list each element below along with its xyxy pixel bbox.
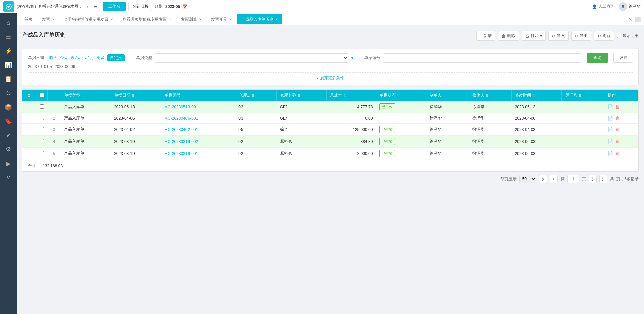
th-voucher[interactable]: 凭证号⇅	[562, 90, 604, 101]
row-number[interactable]: MC-20230319-001	[161, 148, 235, 160]
th-number[interactable]: 单据编号⇅	[161, 90, 235, 101]
tab-maximize-icon[interactable]: ⬜	[635, 17, 641, 22]
th-settings[interactable]: ⚙	[22, 90, 36, 101]
last-month-btn[interactable]: 近1月	[84, 55, 94, 61]
sidebar-item-home[interactable]: ⌂	[2, 16, 15, 29]
tab-invoice-open[interactable]: 发票开具 ✕	[207, 14, 236, 24]
th-status[interactable]: 单据状态⇅	[376, 90, 426, 101]
tab-invoice-calc[interactable]: 发票测算 ✕	[176, 14, 206, 24]
th-warehouse-name[interactable]: 仓库名称⇅	[277, 90, 327, 101]
show-detail-checkbox[interactable]: 显示明细	[617, 33, 639, 39]
yesterday-btn[interactable]: 昨天	[49, 55, 57, 61]
row-number[interactable]: MC-20230319-002	[161, 136, 235, 148]
tab-purchase-invoice[interactable]: 查看进项增值税专用发票 ✕	[118, 14, 176, 24]
row-delete-btn[interactable]: 🗑	[615, 139, 620, 144]
tab-product-inbound[interactable]: 产成品入库单历史 ✕	[237, 14, 282, 24]
row-checkbox-cell[interactable]	[36, 136, 47, 148]
type-filter-select[interactable]	[155, 53, 348, 63]
custom-btn[interactable]: 自定义	[107, 54, 125, 61]
sidebar-item-approval[interactable]: ✔	[2, 129, 15, 142]
row-checkbox[interactable]	[40, 116, 44, 120]
company-dropdown-icon[interactable]: ▾	[87, 5, 88, 8]
sidebar-item-chart[interactable]: ⚡	[2, 44, 15, 58]
row-number-link[interactable]: MC-20230319-002	[164, 139, 198, 144]
tab-invoice-calc-close[interactable]: ✕	[199, 18, 202, 21]
import-button[interactable]: ⊙ 导入	[548, 31, 569, 41]
row-number-link[interactable]: MC-20230402-001	[164, 127, 198, 132]
row-checkbox-cell[interactable]	[36, 101, 47, 113]
row-edit-btn[interactable]: 📄	[608, 116, 613, 121]
row-edit-btn[interactable]: 📄	[608, 139, 613, 144]
th-creator[interactable]: 制单人⇅	[426, 90, 469, 101]
number-filter-input[interactable]	[383, 53, 581, 63]
tab-home[interactable]: 首页	[20, 14, 37, 24]
delete-button[interactable]: 🗑 删除	[498, 31, 519, 41]
refresh-button[interactable]: ↻ 刷新	[594, 31, 614, 41]
row-number[interactable]: MC-20230402-001	[161, 124, 235, 136]
prev-page-btn[interactable]: ⟨	[550, 175, 558, 183]
th-total-cost[interactable]: 总成本⇅	[327, 90, 376, 101]
expand-button[interactable]: ▾ 展开更多条件	[317, 75, 344, 81]
export-button[interactable]: ⊙ 导出	[571, 31, 591, 41]
tab-invoice-open-close[interactable]: ✕	[229, 18, 232, 21]
last-page-btn[interactable]: ⟩⟩	[599, 175, 607, 183]
th-warehouse-code[interactable]: 仓库...⇅	[235, 90, 276, 101]
first-page-btn[interactable]: ⟨⟨	[539, 175, 547, 183]
tab-sales-invoice[interactable]: 查看销项增值税专用发票 ✕	[60, 14, 117, 24]
calendar-icon[interactable]: 📅	[183, 4, 188, 9]
row-number[interactable]: MC-20230406-001	[161, 113, 235, 124]
row-checkbox[interactable]	[40, 139, 44, 143]
row-number-link[interactable]: MC-20230513-001	[164, 105, 198, 109]
help-button[interactable]: 👤 人工咨询	[592, 4, 614, 9]
sidebar-item-version[interactable]: V	[2, 171, 15, 184]
sidebar-item-archive[interactable]: 🗂	[2, 86, 15, 100]
sidebar-item-doc[interactable]: ☰	[2, 30, 15, 44]
switch-version-button[interactable]: 切到旧版	[128, 2, 152, 11]
row-number[interactable]: MC-20230513-001	[161, 101, 235, 113]
workbench-button[interactable]: 工作台	[103, 2, 126, 11]
sidebar-item-inventory[interactable]: 📦	[2, 101, 15, 114]
show-detail-input[interactable]	[617, 34, 621, 38]
row-checkbox[interactable]	[40, 127, 44, 131]
th-checkbox[interactable]	[36, 90, 47, 101]
next-page-btn[interactable]: ⟩	[589, 175, 597, 183]
tab-purchase-invoice-close[interactable]: ✕	[169, 18, 171, 21]
print-button[interactable]: 🖨 打印 ▾	[522, 31, 546, 41]
tab-invoice-close[interactable]: ✕	[52, 18, 55, 21]
more-btn[interactable]: 更多	[97, 55, 105, 61]
page-number-input[interactable]	[567, 175, 579, 183]
th-date[interactable]: 单据日期⇅	[111, 90, 161, 101]
row-delete-btn[interactable]: 🗑	[615, 116, 620, 121]
row-edit-btn[interactable]: 📄	[608, 104, 613, 109]
tab-close-all-icon[interactable]: ✕	[628, 17, 632, 22]
row-number-link[interactable]: MC-20230406-001	[164, 116, 198, 121]
th-modifier[interactable]: 修改人⇅	[469, 90, 512, 101]
row-checkbox[interactable]	[40, 151, 44, 155]
setting-button[interactable]: 设置	[613, 53, 633, 63]
sidebar-item-video[interactable]: ▶	[2, 157, 15, 170]
query-button[interactable]: 查询	[587, 53, 608, 63]
last7-btn[interactable]: 近7天	[71, 55, 81, 61]
row-delete-btn[interactable]: 🗑	[615, 104, 620, 109]
user-menu[interactable]: 👤 徐泽华	[619, 2, 641, 11]
row-checkbox-cell[interactable]	[36, 113, 47, 124]
row-edit-btn[interactable]: 📄	[608, 151, 613, 156]
sidebar-item-analysis[interactable]: 📊	[2, 58, 15, 72]
sidebar-item-tax[interactable]: 📋	[2, 72, 15, 86]
doc-icon[interactable]: ☰	[91, 2, 100, 11]
tab-invoice[interactable]: 发票 ✕	[38, 14, 59, 24]
row-number-link[interactable]: MC-20230319-001	[164, 151, 198, 156]
today-btn[interactable]: 今天	[60, 55, 68, 61]
tab-product-inbound-close[interactable]: ✕	[275, 18, 278, 21]
sidebar-item-settings[interactable]: ⚙	[2, 143, 15, 156]
row-delete-btn[interactable]: 🗑	[615, 151, 620, 156]
th-type[interactable]: 单据类型⇅	[61, 90, 111, 101]
row-checkbox[interactable]	[40, 104, 44, 109]
select-all-checkbox[interactable]	[40, 93, 44, 97]
sidebar-item-stamp[interactable]: 🔖	[2, 115, 15, 128]
row-edit-btn[interactable]: 📄	[608, 127, 613, 132]
row-delete-btn[interactable]: 🗑	[615, 127, 620, 132]
per-page-select[interactable]: 50 100 200	[519, 175, 536, 183]
row-checkbox-cell[interactable]	[36, 124, 47, 136]
row-checkbox-cell[interactable]	[36, 148, 47, 160]
